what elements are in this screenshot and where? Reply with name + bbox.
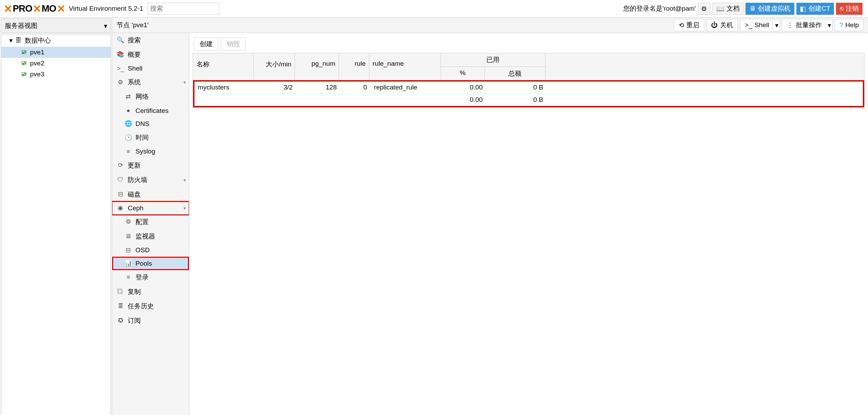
book-icon: 📖 (716, 5, 724, 13)
col-pg[interactable]: pg_num (295, 53, 339, 81)
menu-dns[interactable]: 🌐DNS (112, 117, 189, 130)
chevron-down-icon: ▾ (104, 22, 107, 30)
menu-登录[interactable]: ≡登录 (112, 270, 189, 285)
logo-x-icon: ✕ (33, 3, 41, 15)
bulk-button[interactable]: ⋮批量操作▾ (782, 19, 832, 31)
menu-icon: ⚙ (117, 78, 124, 86)
monitor-icon: 🖥 (749, 5, 756, 12)
menu-搜索[interactable]: 🔍搜索 (112, 33, 189, 47)
logo: ✕PRO✕MO✕ (3, 3, 66, 15)
menu-icon: ◉ (117, 204, 124, 212)
menu-icon: ≡ (125, 148, 132, 155)
server-icon: 🖳 (20, 60, 28, 67)
menu-ceph[interactable]: ◉Ceph (112, 202, 189, 215)
menu-配置[interactable]: ⚙配置 (112, 215, 189, 229)
gear-icon: ⚙ (701, 5, 707, 13)
menu-时间[interactable]: 🕒时间 (112, 130, 189, 145)
power-icon: ⏻ (711, 21, 718, 29)
shutdown-button[interactable]: ⏻关机 (707, 19, 738, 31)
list-icon: ⋮ (787, 21, 793, 29)
menu-syslog[interactable]: ≡Syslog (112, 145, 189, 158)
settings-button[interactable]: ⚙ (698, 3, 710, 15)
table-row[interactable]: myclusters3/21280replicated_rule0.000 B (194, 82, 863, 94)
menu-icon: 🔍 (117, 36, 124, 44)
left-panel: 服务器视图▾ ▾🗄数据中心 🖳pve1 🖳pve2 🖳pve3 (0, 18, 112, 415)
menu-icon: ⇄ (125, 93, 132, 100)
search-input[interactable] (148, 3, 219, 15)
menu-osd[interactable]: ⊟OSD (112, 244, 189, 257)
menu-磁盘[interactable]: ⊟磁盘 (112, 187, 189, 202)
tree-node-pve3[interactable]: 🖳pve3 (1, 69, 110, 80)
col-used[interactable]: 已用 % 总额 (441, 53, 546, 81)
menu-icon: 📚 (117, 51, 124, 58)
logout-button[interactable]: ⎋注销 (836, 3, 862, 15)
cube-icon: ◧ (800, 5, 806, 13)
top-bar: ✕PRO✕MO✕ Virtual Environment 5.2-1 您的登录名… (0, 0, 868, 18)
menu-icon: 📊 (125, 259, 132, 267)
shell-button[interactable]: >_Shell▾ (740, 19, 780, 31)
menu-icon: ⟳ (117, 161, 124, 169)
create-ct-button[interactable]: ◧创建CT (796, 3, 834, 15)
menu-icon: ● (125, 107, 132, 114)
col-name[interactable]: 名称 (193, 53, 254, 81)
menu-icon: 🖥 (125, 233, 132, 240)
terminal-icon: >_ (745, 21, 752, 29)
col-rule[interactable]: rule (339, 53, 369, 81)
menu-shell[interactable]: >_Shell (112, 62, 189, 75)
menu-系统[interactable]: ⚙系统 (112, 75, 189, 89)
menu-更新[interactable]: ⟳更新 (112, 158, 189, 173)
menu-certificates[interactable]: ●Certificates (112, 104, 189, 117)
datacenter-icon: 🗄 (15, 37, 22, 44)
menu-icon: ⊟ (117, 190, 124, 198)
reboot-icon: ⟲ (679, 21, 684, 29)
col-rulename[interactable]: rule_name (369, 53, 441, 81)
center-panel: 节点 'pve1' ⟲重启 ⏻关机 >_Shell▾ ⋮批量操作▾ ?Help … (112, 18, 868, 415)
menu-icon: 🕒 (125, 134, 132, 141)
menu-icon: ✪ (117, 317, 124, 324)
tree-node-pve1[interactable]: 🖳pve1 (1, 47, 110, 58)
menu-icon: ⚙ (125, 218, 132, 226)
menu-pools[interactable]: 📊Pools (112, 257, 189, 270)
menu-icon: ⊟ (125, 246, 132, 254)
side-menu: 🔍搜索📚概要>_Shell⚙系统⇄网络●Certificates🌐DNS🕒时间≡… (112, 33, 189, 415)
breadcrumb: 节点 'pve1' (117, 21, 148, 30)
pools-panel: 创建 销毁 名称 大小/min pg_num rule rule_name 已用… (189, 33, 868, 415)
menu-icon: ⿻ (117, 288, 124, 296)
server-icon: 🖳 (20, 71, 28, 78)
menu-监视器[interactable]: 🖥监视器 (112, 229, 189, 244)
collapse-icon: ▾ (9, 36, 13, 44)
logo-x-icon: ✕ (57, 3, 65, 15)
destroy-pool-button[interactable]: 销毁 (221, 38, 246, 51)
view-selector[interactable]: 服务器视图▾ (1, 19, 111, 33)
menu-icon: ≡ (125, 274, 132, 281)
tree-node-pve2[interactable]: 🖳pve2 (1, 58, 110, 69)
logout-icon: ⎋ (840, 5, 844, 12)
help-icon: ? (839, 21, 843, 29)
menu-icon: >_ (117, 65, 124, 72)
help-button[interactable]: ?Help (835, 19, 864, 31)
menu-网络[interactable]: ⇄网络 (112, 89, 189, 104)
tree-datacenter[interactable]: ▾🗄数据中心 (1, 34, 110, 47)
version-label: Virtual Environment 5.2-1 (69, 5, 143, 12)
docs-button[interactable]: 📖文档 (712, 3, 743, 15)
chevron-down-icon: ▾ (772, 21, 778, 29)
menu-任务历史[interactable]: ≣任务历史 (112, 299, 189, 313)
create-pool-button[interactable]: 创建 (194, 38, 219, 51)
logo-x-icon: ✕ (4, 3, 12, 15)
pools-grid: 名称 大小/min pg_num rule rule_name 已用 % 总额 (193, 53, 865, 108)
menu-icon: 🌐 (125, 120, 132, 128)
menu-icon: ≣ (117, 302, 124, 310)
highlighted-rows: myclusters3/21280replicated_rule0.000 B0… (193, 80, 864, 108)
reboot-button[interactable]: ⟲重启 (674, 19, 704, 31)
menu-icon: 🛡 (117, 176, 124, 183)
menu-复制[interactable]: ⿻复制 (112, 285, 189, 299)
col-size[interactable]: 大小/min (254, 53, 295, 81)
table-row[interactable]: 0.000 B (194, 94, 863, 106)
login-info: 您的登录名是'root@pam' (623, 4, 696, 13)
menu-防火墙[interactable]: 🛡防火墙 (112, 173, 189, 187)
menu-概要[interactable]: 📚概要 (112, 47, 189, 62)
server-icon: 🖳 (20, 49, 28, 56)
chevron-down-icon: ▾ (825, 21, 831, 29)
menu-订阅[interactable]: ✪订阅 (112, 313, 189, 328)
create-vm-button[interactable]: 🖥创建虚拟机 (745, 3, 794, 15)
